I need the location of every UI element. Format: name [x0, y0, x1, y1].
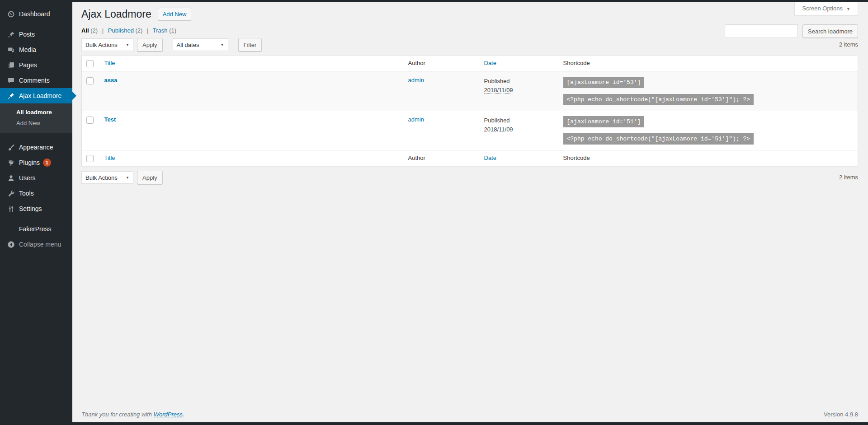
filter-trash-link[interactable]: Trash [153, 27, 168, 34]
collapse-menu-label: Collapse menu [19, 241, 61, 248]
comment-bubble-icon [6, 76, 15, 85]
sidebar-item-label: Pages [19, 61, 37, 69]
chevron-down-icon: ▼ [221, 43, 224, 47]
row-author-link[interactable]: admin [408, 116, 424, 123]
submenu-item-add-new[interactable]: Add New [0, 118, 72, 129]
loadmore-list-table: Title Author Date Shortcode assa admin P… [81, 55, 858, 166]
admin-bar-strip [0, 0, 868, 2]
apply-button-bottom[interactable]: Apply [137, 171, 163, 184]
sidebar-item-label: Plugins [19, 159, 40, 166]
chevron-down-icon: ▼ [126, 176, 129, 180]
collapse-arrow-icon [6, 240, 15, 249]
filter-all-link[interactable]: All [81, 27, 89, 34]
table-row: Test admin Published 2018/11/09 [ajaxLoa… [82, 111, 858, 150]
horizontal-scrollbar-strip[interactable] [0, 422, 868, 425]
sidebar-item-label: Posts [19, 31, 35, 38]
user-icon [6, 173, 15, 182]
sidebar-item-pages[interactable]: Pages [0, 57, 72, 73]
column-header-date[interactable]: Date [484, 60, 496, 66]
footer-version: Version 4.9.8 [824, 411, 858, 418]
row-title-link[interactable]: Test [104, 116, 116, 123]
column-footer-author: Author [408, 154, 425, 161]
shortcode-snippet: [ajaxLoamore id='53'] [563, 77, 645, 88]
main-content: Screen Options▼ Ajax Loadmore Add New Se… [72, 2, 868, 422]
sidebar-item-comments[interactable]: Comments [0, 73, 72, 88]
submenu-item-all-loadmore[interactable]: All loadmore [0, 107, 72, 118]
tablenav-bottom: Bulk Actions ▼ Apply 2 items [81, 171, 858, 184]
search-input[interactable] [725, 24, 798, 38]
plugin-icon [6, 158, 15, 167]
bulk-actions-select-bottom[interactable]: Bulk Actions ▼ [81, 171, 133, 184]
sidebar-item-label: Ajax Loadmore [19, 92, 61, 99]
pages-icon [6, 61, 15, 70]
column-footer-date[interactable]: Date [484, 154, 496, 161]
shortcode-php-snippet: <?php echo do_shortcode("[ajaxLoamore id… [563, 133, 754, 145]
row-date: 2018/11/09 [484, 87, 513, 94]
dates-filter-select[interactable]: All dates ▼ [173, 38, 228, 51]
pushpin-icon [6, 30, 15, 39]
select-all-checkbox[interactable] [86, 60, 94, 67]
sidebar-item-appearance[interactable]: Appearance [0, 140, 72, 155]
sidebar-item-label: Comments [19, 77, 50, 84]
shortcode-snippet: [ajaxLoamore id='51'] [563, 116, 645, 127]
plugins-update-badge: 1 [43, 159, 51, 167]
screen-options-button[interactable]: Screen Options▼ [794, 2, 858, 16]
filter-published-link[interactable]: Published [108, 27, 134, 34]
column-header-title[interactable]: Title [104, 60, 115, 66]
sliders-icon [6, 204, 15, 213]
sidebar-item-label: FakerPress [19, 225, 52, 233]
sidebar-item-fakerpress[interactable]: FakerPress [0, 221, 72, 237]
apply-button[interactable]: Apply [137, 38, 163, 51]
search-loadmore-button[interactable]: Search loadmore [802, 24, 858, 38]
row-checkbox[interactable] [86, 117, 94, 124]
sidebar-item-ajax-loadmore[interactable]: Ajax Loadmore [0, 88, 72, 103]
page-title: Ajax Loadmore [81, 7, 151, 21]
media-icon [6, 45, 15, 54]
dashboard-icon [6, 9, 15, 19]
column-header-shortcode: Shortcode [563, 60, 590, 66]
column-header-author: Author [408, 60, 425, 66]
ajax-loadmore-submenu: All loadmore Add New [0, 103, 72, 133]
wordpress-link[interactable]: WordPress [154, 411, 183, 418]
sidebar-item-users[interactable]: Users [0, 170, 72, 186]
collapse-menu-button[interactable]: Collapse menu [0, 237, 72, 252]
paintbrush-icon [6, 143, 15, 152]
chevron-down-icon: ▼ [126, 43, 129, 47]
filter-button[interactable]: Filter [238, 38, 262, 51]
chevron-down-icon: ▼ [846, 7, 850, 11]
sidebar-item-settings[interactable]: Settings [0, 201, 72, 216]
admin-sidebar: Dashboard Posts Media Pages Comments Aja… [0, 0, 72, 425]
wrench-icon [6, 189, 15, 198]
sidebar-item-plugins[interactable]: Plugins 1 [0, 155, 72, 170]
sidebar-item-label: Appearance [19, 144, 53, 151]
bulk-actions-select[interactable]: Bulk Actions ▼ [81, 38, 133, 51]
items-count: 2 items [839, 41, 858, 48]
sidebar-item-label: Media [19, 46, 36, 53]
row-date: 2018/11/09 [484, 126, 513, 133]
sidebar-item-dashboard[interactable]: Dashboard [0, 6, 72, 22]
column-footer-title[interactable]: Title [104, 154, 115, 161]
row-status: Published [484, 77, 554, 86]
add-new-button[interactable]: Add New [158, 8, 192, 20]
table-row: assa admin Published 2018/11/09 [ajaxLoa… [82, 71, 858, 111]
select-all-checkbox[interactable] [86, 155, 94, 162]
row-status: Published [484, 116, 554, 125]
sidebar-item-label: Settings [19, 205, 42, 212]
sidebar-item-label: Dashboard [19, 10, 50, 18]
column-footer-shortcode: Shortcode [563, 154, 590, 161]
sidebar-item-media[interactable]: Media [0, 42, 72, 57]
items-count: 2 items [839, 174, 858, 181]
tablenav-top: Bulk Actions ▼ Apply All dates ▼ Filter … [81, 38, 858, 51]
sidebar-item-posts[interactable]: Posts [0, 27, 72, 42]
row-title-link[interactable]: assa [104, 77, 118, 84]
footer-thanks-text: Thank you for creating with WordPress. [81, 411, 184, 418]
search-form: Search loadmore [725, 24, 858, 38]
sidebar-item-tools[interactable]: Tools [0, 186, 72, 201]
row-author-link[interactable]: admin [408, 77, 424, 84]
sidebar-item-label: Users [19, 174, 36, 182]
table-header-row: Title Author Date Shortcode [82, 56, 858, 71]
sidebar-item-label: Tools [19, 190, 34, 197]
table-footer-row: Title Author Date Shortcode [82, 150, 858, 166]
pushpin-icon [6, 91, 15, 100]
row-checkbox[interactable] [86, 77, 94, 84]
